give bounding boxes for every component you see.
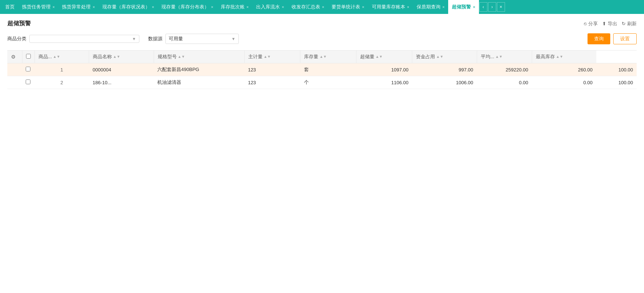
row-settings-cell <box>7 63 22 76</box>
nav-tab-home[interactable]: 首页 <box>1 0 18 14</box>
nav-prev-arrow[interactable]: ‹ <box>479 2 487 12</box>
datasource-value: 可用量 <box>169 36 183 42</box>
close-icon[interactable]: × <box>442 5 444 9</box>
th-unit[interactable]: 主计量 ▲▼ <box>244 51 300 63</box>
category-filter: 商品分类 ▼ <box>7 35 139 43</box>
row-checkbox[interactable] <box>26 67 30 71</box>
chevron-down-icon: ▼ <box>132 37 136 41</box>
sort-icon: ▲▼ <box>113 55 120 59</box>
nav-tab-8[interactable]: 要货单统计表 × <box>328 0 368 14</box>
nav-tab-7[interactable]: 收发存汇总表 × <box>288 0 328 14</box>
th-settings[interactable]: ⚙ <box>7 51 22 63</box>
sort-icon: ▲▼ <box>264 55 271 59</box>
nav-close-all-arrow[interactable]: × <box>497 2 505 12</box>
chevron-down-icon: ▼ <box>231 37 235 41</box>
close-icon[interactable]: × <box>322 5 324 9</box>
th-capital[interactable]: 资金占用 ▲▼ <box>412 51 477 63</box>
sort-icon: ▲▼ <box>495 55 503 59</box>
row-unit: 套 <box>300 63 356 76</box>
nav-tab-1[interactable]: 拣货任务管理 × <box>18 0 58 14</box>
table-row: 2 186-10... 机油滤清器 123 个 1106.00 1006.00 … <box>7 76 637 89</box>
th-spec[interactable]: 规格型号 ▲▼ <box>154 51 244 63</box>
row-max-stock: 100.00 <box>596 63 637 76</box>
header-actions: ⎋ 分享 ⬆ 导出 ↻ 刷新 <box>584 21 637 27</box>
row-product-name: 六配套新昌490BPG <box>154 63 244 76</box>
row-index: 1 <box>34 63 89 76</box>
category-select[interactable]: ▼ <box>29 35 139 43</box>
close-icon[interactable]: × <box>407 5 409 9</box>
row-settings-cell <box>7 76 22 89</box>
close-icon[interactable]: × <box>282 5 284 9</box>
datasource-select[interactable]: 可用量 ▼ <box>165 34 239 44</box>
th-product-code[interactable]: 商品... ▲▼ <box>34 51 89 63</box>
row-avg: 260.00 <box>532 63 596 76</box>
close-icon[interactable]: × <box>473 5 475 9</box>
nav-tab-6[interactable]: 出入库流水 × <box>252 0 288 14</box>
nav-tab-3[interactable]: 现存量（库存状况表） × <box>99 0 158 14</box>
nav-tab-2[interactable]: 拣货异常处理 × <box>58 0 98 14</box>
select-all-checkbox[interactable] <box>26 54 31 59</box>
query-button[interactable]: 查询 <box>588 33 610 44</box>
row-checkbox[interactable] <box>26 79 30 84</box>
sort-icon: ▲▼ <box>53 55 60 59</box>
filter-actions: 查询 设置 <box>588 33 637 44</box>
row-checkbox-cell[interactable] <box>22 76 34 89</box>
settings-button[interactable]: 设置 <box>613 33 637 44</box>
settings-icon[interactable]: ⚙ <box>11 54 16 60</box>
page-header: 超储预警 ⎋ 分享 ⬆ 导出 ↻ 刷新 <box>7 20 637 27</box>
sort-icon: ▲▼ <box>376 55 383 59</box>
close-icon[interactable]: × <box>211 5 213 9</box>
row-capital: 0.00 <box>477 76 532 89</box>
filter-bar: 商品分类 ▼ 数据源 可用量 ▼ 查询 设置 <box>7 33 637 44</box>
share-button[interactable]: ⎋ 分享 <box>584 21 598 27</box>
th-max-stock[interactable]: 最高库存 ▲▼ <box>532 51 596 63</box>
row-index: 2 <box>34 76 89 89</box>
th-product-name[interactable]: 商品名称 ▲▼ <box>89 51 154 63</box>
datasource-filter: 数据源 可用量 ▼ <box>148 34 239 44</box>
row-max-stock: 100.00 <box>596 76 637 89</box>
export-icon: ⬆ <box>602 21 606 26</box>
th-checkbox[interactable] <box>22 51 34 63</box>
nav-tab-active[interactable]: 超储预警 × <box>448 0 479 14</box>
refresh-icon: ↻ <box>622 21 626 26</box>
row-avg: 0.00 <box>532 76 596 89</box>
row-product-name: 机油滤清器 <box>154 76 244 89</box>
datasource-label: 数据源 <box>148 36 162 42</box>
sort-icon: ▲▼ <box>436 55 443 59</box>
row-capital: 259220.00 <box>477 63 532 76</box>
row-spec: 123 <box>244 63 300 76</box>
row-checkbox-cell[interactable] <box>22 63 34 76</box>
share-icon: ⎋ <box>584 21 587 26</box>
sort-icon: ▲▼ <box>178 55 185 59</box>
category-label: 商品分类 <box>7 36 26 42</box>
nav-tab-9[interactable]: 可用量库存账本 × <box>368 0 413 14</box>
nav-tab-5[interactable]: 库存批次账 × <box>217 0 252 14</box>
row-overstock: 997.00 <box>412 63 477 76</box>
export-button[interactable]: ⬆ 导出 <box>602 21 617 27</box>
row-product-code: 186-10... <box>89 76 154 89</box>
row-stock: 1097.00 <box>356 63 412 76</box>
sort-icon: ▲▼ <box>319 55 327 59</box>
top-navigation: 首页 拣货任务管理 × 拣货异常处理 × 现存量（库存状况表） × 现存量（库存… <box>0 0 644 14</box>
th-avg[interactable]: 平均... ▲▼ <box>477 51 532 63</box>
table-row: 1 0000004 六配套新昌490BPG 123 套 1097.00 997.… <box>7 63 637 76</box>
close-icon[interactable]: × <box>92 5 95 9</box>
close-icon[interactable]: × <box>52 5 55 9</box>
th-stock[interactable]: 库存量 ▲▼ <box>300 51 356 63</box>
nav-tab-4[interactable]: 现存量（库存分布表） × <box>158 0 217 14</box>
page-content: 超储预警 ⎋ 分享 ⬆ 导出 ↻ 刷新 商品分类 ▼ 数据源 <box>0 14 644 293</box>
table-header-row: ⚙ 商品... ▲▼ 商品名称 ▲▼ <box>7 51 637 63</box>
th-overstock[interactable]: 超储量 ▲▼ <box>356 51 412 63</box>
page-title: 超储预警 <box>7 20 31 27</box>
row-spec: 123 <box>244 76 300 89</box>
row-product-code: 0000004 <box>89 63 154 76</box>
refresh-button[interactable]: ↻ 刷新 <box>622 21 637 27</box>
data-table: ⚙ 商品... ▲▼ 商品名称 ▲▼ <box>7 50 637 89</box>
close-icon[interactable]: × <box>246 5 249 9</box>
close-icon[interactable]: × <box>362 5 364 9</box>
close-icon[interactable]: × <box>152 5 154 9</box>
nav-tab-10[interactable]: 保质期查询 × <box>413 0 448 14</box>
sort-icon: ▲▼ <box>556 55 563 59</box>
row-overstock: 1006.00 <box>412 76 477 89</box>
nav-next-arrow[interactable]: › <box>488 2 496 12</box>
